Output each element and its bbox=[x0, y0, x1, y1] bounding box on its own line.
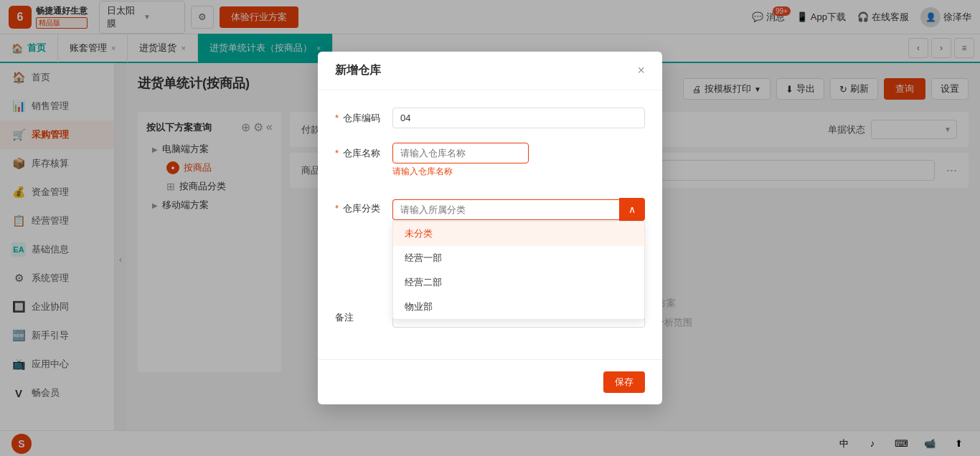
save-button[interactable]: 保存 bbox=[603, 371, 645, 393]
category-label-text: 仓库分类 bbox=[343, 203, 380, 214]
category-dropdown: 未分类 经营一部 经营二部 物业部 bbox=[392, 221, 645, 320]
required-star-code: * bbox=[335, 113, 339, 123]
code-label-text: 仓库编码 bbox=[343, 113, 380, 123]
category-toggle-button[interactable]: ∧ bbox=[619, 198, 645, 221]
name-label-text: 仓库名称 bbox=[343, 148, 380, 158]
notes-label: 备注 bbox=[335, 307, 392, 324]
modal-title: 新增仓库 bbox=[335, 63, 381, 78]
notes-label-text: 备注 bbox=[335, 312, 354, 323]
modal-footer: 保存 bbox=[318, 359, 662, 404]
form-row-code: * 仓库编码 bbox=[335, 108, 645, 128]
dropdown-item-2[interactable]: 经营二部 bbox=[393, 270, 644, 295]
name-error-msg: 请输入仓库名称 bbox=[392, 166, 645, 178]
dropdown-item-1[interactable]: 经营一部 bbox=[393, 246, 644, 270]
modal-close-button[interactable]: × bbox=[637, 63, 645, 78]
dropdown-item-0[interactable]: 未分类 bbox=[393, 222, 644, 246]
name-label: * 仓库名称 bbox=[335, 143, 392, 160]
required-star-cat: * bbox=[335, 203, 339, 214]
dropdown-item-3[interactable]: 物业部 bbox=[393, 295, 644, 319]
category-input-group: ∧ bbox=[392, 198, 645, 221]
name-input-wrapper: 请输入仓库名称 bbox=[392, 143, 645, 178]
name-input[interactable] bbox=[392, 143, 529, 163]
form-row-category: * 仓库分类 ∧ 未分类 经营一部 经营二部 物业部 bbox=[335, 198, 645, 221]
code-input[interactable] bbox=[392, 108, 645, 128]
category-label: * 仓库分类 bbox=[335, 198, 392, 215]
modal-body: * 仓库编码 * 仓库名称 请输入仓库名称 * bbox=[318, 90, 662, 359]
modal-overlay[interactable]: 新增仓库 × * 仓库编码 * 仓库名称 请输入仓库名称 bbox=[0, 0, 980, 456]
add-warehouse-modal: 新增仓库 × * 仓库编码 * 仓库名称 请输入仓库名称 bbox=[318, 52, 662, 404]
modal-header: 新增仓库 × bbox=[318, 52, 662, 90]
category-input[interactable] bbox=[392, 199, 619, 220]
required-star-name: * bbox=[335, 148, 339, 158]
form-row-name: * 仓库名称 请输入仓库名称 bbox=[335, 143, 645, 178]
code-label: * 仓库编码 bbox=[335, 108, 392, 125]
